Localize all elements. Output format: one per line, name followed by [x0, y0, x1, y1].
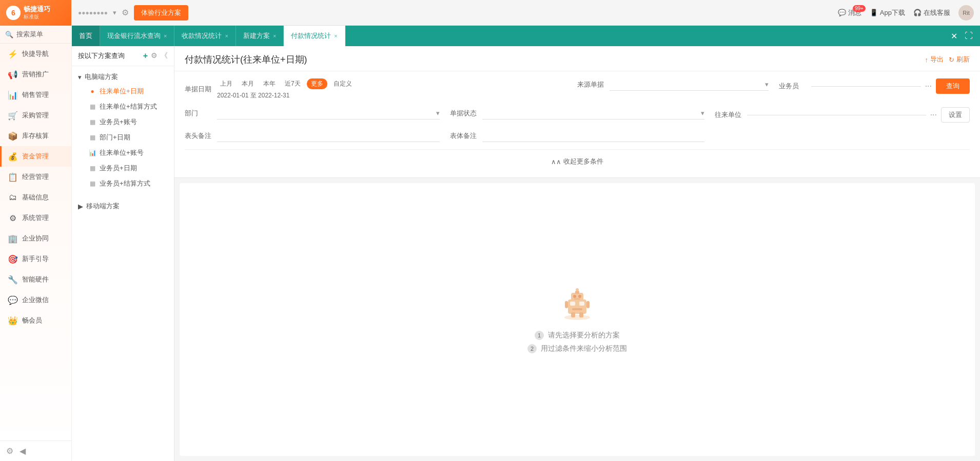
filter-dept-field: 部门 ▾ [185, 107, 440, 119]
app-download-btn[interactable]: 📱 App下载 [870, 8, 905, 17]
scheme-item-label: 往来单位+结算方式 [100, 102, 157, 111]
tab-bank-flow[interactable]: 现金银行流水查询 × [100, 26, 174, 46]
avatar[interactable]: Rit [958, 5, 974, 21]
service-icon: 🎧 [913, 9, 922, 16]
date-option-7days[interactable]: 近7天 [282, 78, 304, 89]
source-select[interactable]: ▾ [610, 78, 769, 91]
sidebar-item-marketing[interactable]: 📢 营销推广 [0, 64, 71, 85]
refresh-button[interactable]: ↻ 刷新 [949, 55, 970, 64]
scheme-item-dept-date[interactable]: ▦ 部门+日期 [78, 130, 168, 145]
sidebar-item-finance[interactable]: 💰 资金管理 [0, 146, 71, 167]
online-service-btn[interactable]: 🎧 在线客服 [913, 8, 950, 17]
svg-rect-4 [572, 308, 582, 310]
tab-payment-stat-label: 付款情况统计 [291, 31, 331, 41]
scheme-item-unit-payment[interactable]: ▦ 往来单位+结算方式 [78, 99, 168, 114]
sidebar-footer: ⚙ ◀ [0, 440, 71, 461]
membership-icon: 👑 [8, 315, 18, 326]
tabs-bar: 首页 现金银行流水查询 × 收款情况统计 × 新建方案 × 付款情况统计 × ✕… [72, 26, 980, 46]
trial-button[interactable]: 体验行业方案 [134, 5, 188, 21]
footer-collapse-icon[interactable]: ◀ [19, 446, 26, 456]
scheme-mobile-group: ▶ 移动端方案 [72, 195, 174, 217]
main-area: ●●●●●●●● ▾ ⚙ 体验行业方案 💬 消息 99+ 📱 App下载 🎧 在… [72, 0, 980, 461]
footer-settings-icon[interactable]: ⚙ [6, 446, 13, 456]
sidebar-item-label: 采购管理 [22, 111, 49, 120]
tabs-controls: ✕ ⛶ [949, 30, 980, 42]
quick-nav-icon: ⚡ [8, 49, 18, 59]
notifications-btn[interactable]: 💬 消息 99+ [838, 8, 861, 17]
header-note-input[interactable] [217, 130, 440, 142]
partner-dots-icon[interactable]: ··· [930, 110, 937, 119]
date-option-last-month[interactable]: 上月 [217, 78, 236, 89]
date-option-this-month[interactable]: 本月 [239, 78, 257, 89]
search-label: 搜索菜单 [16, 30, 43, 39]
scheme-item-salesman-date[interactable]: ▦ 业务员+日期 [78, 161, 168, 176]
sidebar-item-inventory[interactable]: 📦 库存核算 [0, 126, 71, 146]
tab-receipts-stat[interactable]: 收款情况统计 × [174, 26, 236, 46]
sidebar-item-membership[interactable]: 👑 畅会员 [0, 310, 71, 331]
tab-new-scheme-close[interactable]: × [273, 33, 276, 39]
finance-icon: 💰 [8, 151, 18, 162]
sidebar-item-system[interactable]: ⚙ 系统管理 [0, 208, 71, 228]
sidebar-item-operations[interactable]: 📋 经营管理 [0, 167, 71, 187]
filter-salesman-field: 业务员 ··· 查询 [779, 78, 970, 94]
sidebar-item-purchase[interactable]: 🛒 采购管理 [0, 105, 71, 126]
scheme-panel-header: 按以下方案查询 + ⚙ 《 [72, 46, 174, 66]
tab-payment-stat[interactable]: 付款情况统计 × [284, 26, 345, 46]
tab-new-scheme[interactable]: 新建方案 × [236, 26, 284, 46]
sidebar-item-hardware[interactable]: 🔧 智能硬件 [0, 269, 71, 290]
search-icon: 🔍 [5, 31, 13, 38]
sidebar-item-guide[interactable]: 🎯 新手引导 [0, 249, 71, 269]
salesman-dots-icon[interactable]: ··· [925, 82, 932, 91]
tab-payment-stat-close[interactable]: × [334, 33, 337, 39]
scheme-item-unit-account[interactable]: 📊 往来单位+账号 [78, 145, 168, 161]
scheme-item-salesman-account[interactable]: ▦ 业务员+账号 [78, 114, 168, 130]
sidebar-item-label: 企业协同 [22, 234, 49, 243]
sidebar-item-sales[interactable]: 📊 销售管理 [0, 85, 71, 105]
scheme-desktop-title[interactable]: ▾ 电脑端方案 [78, 70, 168, 84]
topbar-chevron[interactable]: ▾ [113, 9, 116, 16]
collapse-filter-button[interactable]: ∧∧ 收起更多条件 [185, 153, 970, 170]
search-menu[interactable]: 🔍 搜索菜单 [0, 26, 71, 44]
date-range: 2022-01-01 至 2022-12-31 [217, 91, 355, 100]
purchase-icon: 🛒 [8, 110, 18, 121]
body-note-input[interactable] [482, 130, 705, 142]
tab-home[interactable]: 首页 [72, 26, 100, 46]
basic-info-icon: 🗂 [8, 192, 18, 203]
filter-area: 付款情况统计(往来单位+日期) ↑ 导出 ↻ 刷新 单 [174, 46, 980, 461]
scheme-settings-icon[interactable]: ⚙ [151, 51, 158, 61]
tab-close-all-icon[interactable]: ✕ [949, 30, 959, 42]
tab-bank-flow-label: 现金银行流水查询 [107, 31, 161, 41]
date-option-custom[interactable]: 自定义 [330, 78, 355, 89]
empty-tip-1: 1 请先选择要分析的方案 [535, 331, 620, 340]
sidebar-item-enterprise[interactable]: 🏢 企业协同 [0, 228, 71, 249]
scheme-panel: 按以下方案查询 + ⚙ 《 ▾ 电脑端方案 ● 往来单位+日期 ▦ [72, 46, 174, 461]
sidebar-item-label: 快捷导航 [22, 49, 49, 58]
page-title: 付款情况统计(往来单位+日期) [185, 53, 307, 66]
sidebar-item-basic-info[interactable]: 🗂 基础信息 [0, 187, 71, 208]
export-button[interactable]: ↑ 导出 [925, 55, 944, 64]
scheme-item-unit-date[interactable]: ● 往来单位+日期 [78, 84, 168, 99]
sidebar-item-wechat[interactable]: 💬 企业微信 [0, 290, 71, 310]
date-option-more[interactable]: 更多 [307, 78, 327, 89]
scheme-collapse-icon[interactable]: 《 [161, 51, 168, 61]
svg-point-10 [573, 295, 576, 298]
marketing-icon: 📢 [8, 69, 18, 79]
sidebar: 6 畅捷通巧 标准版 🔍 搜索菜单 ⚡ 快捷导航 📢 营销推广 📊 销售管理 🛒… [0, 0, 72, 461]
doc-status-select[interactable]: ▾ [482, 107, 705, 119]
filter-header-note-field: 表头备注 [185, 130, 440, 142]
query-button[interactable]: 查询 [936, 78, 970, 94]
tab-bank-flow-close[interactable]: × [164, 33, 167, 39]
sidebar-item-quick-nav[interactable]: ⚡ 快捷导航 [0, 44, 71, 64]
doc-status-chevron: ▾ [701, 109, 704, 117]
date-option-this-year[interactable]: 本年 [260, 78, 279, 89]
svg-rect-12 [574, 298, 580, 299]
scheme-item-label: 往来单位+日期 [100, 87, 144, 96]
topbar-gear-icon[interactable]: ⚙ [122, 8, 129, 17]
dept-select[interactable]: ▾ [217, 107, 440, 119]
scheme-mobile-title[interactable]: ▶ 移动端方案 [78, 199, 168, 213]
tab-fullscreen-icon[interactable]: ⛶ [963, 30, 975, 42]
settings-button[interactable]: 设置 [941, 107, 970, 123]
tab-receipts-stat-close[interactable]: × [225, 33, 228, 39]
scheme-add-icon[interactable]: + [143, 51, 148, 61]
scheme-item-salesman-payment[interactable]: ▦ 业务员+结算方式 [78, 176, 168, 191]
